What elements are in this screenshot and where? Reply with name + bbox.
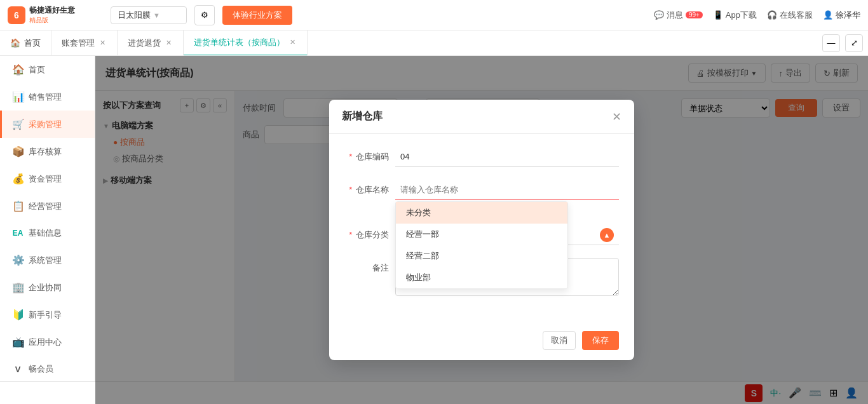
top-header: 6 畅捷通好生意 精品版 日太阳膜 ▼ ⚙ 体验行业方案 💬 消息 99+ 📱 … <box>0 0 868 30</box>
message-icon: 💬 <box>654 10 664 20</box>
sidebar-item-sales[interactable]: 📊 销售管理 <box>0 83 95 111</box>
name-input[interactable] <box>395 180 619 200</box>
headphone-icon: 🎧 <box>767 10 777 20</box>
expand-icon: ⤢ <box>851 38 858 48</box>
dropdown-item-2[interactable]: 经营二部 <box>396 245 567 267</box>
sidebar-item-operations[interactable]: 📋 经营管理 <box>0 192 95 220</box>
service-label: 在线客服 <box>780 10 813 21</box>
modal-overlay[interactable]: 新增仓库 ✕ * 仓库编码 <box>95 56 868 404</box>
user-profile[interactable]: 👤 徐泽华 <box>823 10 860 21</box>
tab-purchase-stats-label: 进货单统计表（按商品） <box>194 37 285 48</box>
inventory-icon: 📦 <box>12 145 24 158</box>
user-icon: 👤 <box>823 10 833 20</box>
mobile-icon: 📱 <box>713 10 723 20</box>
sidebar-item-basic-info-label: 基础信息 <box>29 227 62 239</box>
notification-label: 消息 <box>667 10 683 21</box>
required-star-cat: * <box>349 230 352 239</box>
home-icon: 🏠 <box>10 38 20 48</box>
tab-purchase-stats-close[interactable]: ✕ <box>288 38 297 46</box>
category-chevron-icon[interactable]: ▲ <box>600 228 614 242</box>
tab-purchase-return-close[interactable]: ✕ <box>165 39 173 47</box>
notification-badge: 99+ <box>686 11 703 18</box>
tab-bar-right: — ⤢ <box>822 34 868 52</box>
sidebar-item-enterprise[interactable]: 🏢 企业协同 <box>0 274 95 301</box>
sidebar-item-enterprise-label: 企业协同 <box>29 282 62 293</box>
dialog-footer: 取消 保存 <box>329 323 634 360</box>
sidebar-item-inventory-label: 库存核算 <box>29 146 62 158</box>
code-label: * 仓库编码 <box>344 147 395 167</box>
logo-area: 6 畅捷通好生意 精品版 <box>8 5 103 25</box>
tab-minimize-btn[interactable]: — <box>822 34 840 52</box>
tab-bar: 🏠 首页 账套管理 ✕ 进货退货 ✕ 进货单统计表（按商品） ✕ — ⤢ <box>0 30 868 56</box>
save-button[interactable]: 保存 <box>582 331 619 350</box>
tab-expand-btn[interactable]: ⤢ <box>845 34 863 52</box>
store-name: 日太阳膜 <box>118 10 151 21</box>
sidebar-item-system-label: 系统管理 <box>29 255 62 266</box>
gear-icon: ⚙ <box>201 10 208 20</box>
app-label: App下载 <box>726 10 757 21</box>
add-warehouse-dialog: 新增仓库 ✕ * 仓库编码 <box>329 100 634 360</box>
finance-icon: 💰 <box>12 173 24 185</box>
tab-home-label: 首页 <box>24 37 41 49</box>
settings-button[interactable]: ⚙ <box>194 5 215 25</box>
code-input[interactable] <box>395 147 619 167</box>
tab-home[interactable]: 🏠 首页 <box>0 30 51 56</box>
logo-text: 畅捷通好生意 <box>29 5 75 16</box>
tab-purchase-return[interactable]: 进货退货 ✕ <box>118 30 184 56</box>
sales-icon: 📊 <box>12 91 24 103</box>
note-label: 备注 <box>344 258 395 278</box>
minus-icon: — <box>827 38 836 48</box>
sidebar-item-home[interactable]: 🏠 首页 <box>0 56 95 83</box>
sidebar-item-purchase[interactable]: 🛒 采购管理 <box>0 111 95 138</box>
user-name: 徐泽华 <box>836 10 860 21</box>
try-industry-button[interactable]: 体验行业方案 <box>222 6 292 25</box>
tab-purchase-return-label: 进货退货 <box>128 37 161 49</box>
dialog-close-button[interactable]: ✕ <box>612 111 621 123</box>
code-control <box>395 147 619 167</box>
page-content: 进货单统计(按商品) 🖨 按模板打印 ▼ ↑ 导出 ↻ 刷新 <box>95 56 868 404</box>
sidebar-item-purchase-label: 采购管理 <box>29 119 62 130</box>
home-icon: 🏠 <box>12 64 24 76</box>
notification-btn[interactable]: 💬 消息 99+ <box>654 10 703 21</box>
sidebar-item-finance[interactable]: 💰 资金管理 <box>0 165 95 192</box>
dialog-title: 新增仓库 <box>342 110 383 123</box>
category-label: * 仓库分类 <box>344 225 395 245</box>
operations-icon: 📋 <box>12 200 24 212</box>
sidebar-item-app-center-label: 应用中心 <box>29 337 62 348</box>
sidebar-item-member[interactable]: V 畅会员 <box>0 356 95 382</box>
tab-account-label: 账套管理 <box>62 37 95 49</box>
app-download-btn[interactable]: 📱 App下载 <box>713 10 757 21</box>
sidebar-item-app-center[interactable]: 📺 应用中心 <box>0 328 95 356</box>
required-star-name: * <box>349 185 352 194</box>
name-label: * 仓库名称 <box>344 180 395 200</box>
guide-icon: 🔰 <box>12 309 24 321</box>
sidebar-item-basic-info[interactable]: EA 基础信息 <box>0 220 95 246</box>
store-selector[interactable]: 日太阳膜 ▼ <box>111 6 187 24</box>
required-star: * <box>349 152 352 161</box>
tab-purchase-stats[interactable]: 进货单统计表（按商品） ✕ <box>184 30 308 56</box>
dropdown-item-1[interactable]: 经营一部 <box>396 224 567 245</box>
header-right: 💬 消息 99+ 📱 App下载 🎧 在线客服 👤 徐泽华 <box>654 10 860 21</box>
form-row-code: * 仓库编码 <box>344 147 619 167</box>
dropdown-item-3[interactable]: 物业部 <box>396 267 567 288</box>
sidebar-item-operations-label: 经营管理 <box>29 201 62 212</box>
online-service-btn[interactable]: 🎧 在线客服 <box>767 10 813 21</box>
sidebar-item-system[interactable]: ⚙️ 系统管理 <box>0 246 95 274</box>
sidebar-item-home-label: 首页 <box>29 64 45 76</box>
sidebar: 🏠 首页 📊 销售管理 🛒 采购管理 📦 库存核算 💰 资金管理 📋 经营管理 … <box>0 56 95 404</box>
cancel-button[interactable]: 取消 <box>543 331 576 350</box>
enterprise-icon: 🏢 <box>12 281 24 293</box>
sidebar-item-guide-label: 新手引导 <box>29 309 62 321</box>
logo-icon: 6 <box>8 6 25 24</box>
chevron-down-icon: ▼ <box>153 11 160 19</box>
tab-account-close[interactable]: ✕ <box>98 39 107 47</box>
dialog-header: 新增仓库 ✕ <box>329 100 634 134</box>
sidebar-item-inventory[interactable]: 📦 库存核算 <box>0 138 95 165</box>
basic-info-icon: EA <box>12 229 24 238</box>
purchase-icon: 🛒 <box>12 118 24 130</box>
sidebar-item-guide[interactable]: 🔰 新手引导 <box>0 301 95 328</box>
tab-account[interactable]: 账套管理 ✕ <box>51 30 118 56</box>
sidebar-item-finance-label: 资金管理 <box>29 173 62 185</box>
app-center-icon: 📺 <box>12 336 24 348</box>
dropdown-item-0[interactable]: 未分类 <box>396 202 567 224</box>
